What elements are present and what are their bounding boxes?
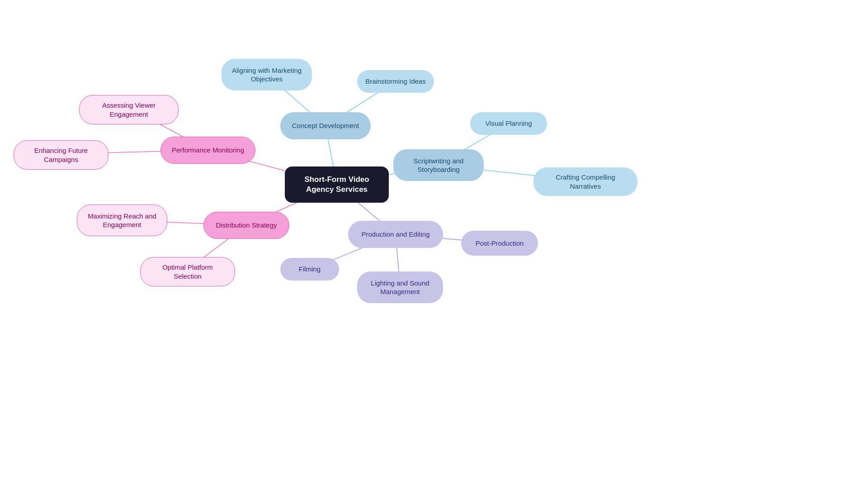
node-production: Production and Editing (348, 221, 443, 248)
node-optimal: Optimal Platform Selection (140, 257, 235, 286)
node-aligning: Aligning with Marketing Objectives (222, 59, 312, 90)
node-distribution: Distribution Strategy (203, 212, 289, 239)
node-lighting: Lighting and Sound Management (357, 271, 443, 303)
center-node: Short-Form Video Agency Services (285, 167, 389, 203)
node-filming: Filming (280, 258, 339, 281)
node-brainstorming: Brainstorming Ideas (357, 70, 434, 93)
node-scriptwriting: Scriptwriting and Storyboarding (393, 149, 484, 181)
node-post-production: Post-Production (461, 231, 538, 256)
node-performance: Performance Monitoring (160, 137, 255, 164)
node-enhancing: Enhancing Future Campaigns (14, 140, 108, 170)
node-concept: Concept Development (280, 112, 371, 139)
node-visual-planning: Visual Planning (470, 112, 547, 135)
node-crafting: Crafting Compelling Narratives (533, 167, 637, 196)
node-assessing: Assessing Viewer Engagement (79, 95, 179, 124)
mindmap-container: Short-Form Video Agency ServicesAligning… (0, 0, 868, 490)
node-maximizing: Maximizing Reach and Engagement (77, 205, 167, 236)
